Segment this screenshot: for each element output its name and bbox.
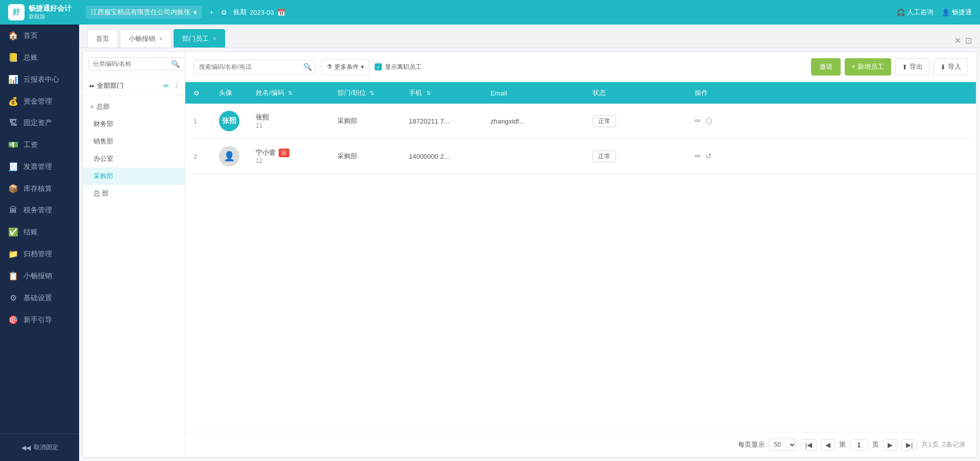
- sidebar-item-home[interactable]: 🏠 首页: [0, 25, 79, 46]
- sidebar-item-archive[interactable]: 📁 归档管理: [0, 243, 79, 265]
- row2-index: 2: [185, 139, 211, 174]
- unfix-icon: ◀◀: [21, 444, 31, 451]
- sidebar-item-basic-settings[interactable]: ⚙ 基础设置: [0, 287, 79, 309]
- invite-button[interactable]: 邀请: [811, 58, 841, 76]
- all-dept-header[interactable]: ▪▪ 全部部门 ✏ 《: [83, 76, 185, 96]
- calendar-icon[interactable]: 📅: [277, 9, 285, 16]
- sidebar-item-fixed-assets[interactable]: 🏗 固定资产: [0, 112, 79, 134]
- last-page-button[interactable]: ▶|: [901, 439, 917, 451]
- dept-item-xiaoshou[interactable]: 销售部: [83, 133, 185, 150]
- row1-edit-icon[interactable]: ✏: [695, 116, 701, 126]
- total-records-label: 共1页, 2条记录: [921, 440, 966, 449]
- row2-name: 宁小壹 应 12: [248, 139, 329, 174]
- dept-label-zongbu: 总部: [96, 102, 110, 111]
- reports-icon: 📊: [8, 75, 18, 84]
- row2-dept: 采购部: [329, 139, 401, 174]
- employee-search-input[interactable]: [193, 60, 316, 74]
- sidebar-label-expense: 小畅报销: [23, 272, 52, 281]
- main-layout: 🏠 首页 📒 总账 📊 云报表中心 💰 资金管理 🏗 固定资产 💵 工资 🧾 发…: [0, 25, 980, 461]
- sidebar-item-funds[interactable]: 💰 资金管理: [0, 90, 79, 112]
- settings-button[interactable]: ⚙: [221, 9, 227, 16]
- unfix-button[interactable]: ◀◀ 取消固定: [0, 439, 79, 456]
- prev-page-button[interactable]: ◀: [821, 439, 835, 451]
- page-number-input[interactable]: [850, 439, 868, 451]
- sidebar-item-expense[interactable]: 📋 小畅报销: [0, 265, 79, 287]
- sidebar-item-inventory[interactable]: 📦 库存核算: [0, 178, 79, 200]
- row1-name: 张熙 11: [248, 104, 329, 139]
- sidebar-label-ledger: 总账: [23, 53, 38, 62]
- sidebar-item-invoice[interactable]: 🧾 发票管理: [0, 156, 79, 178]
- employee-search-icon[interactable]: 🔍: [303, 63, 312, 71]
- assets-icon: 🏗: [8, 118, 18, 128]
- row2-phone: 14000000 2...: [401, 139, 482, 174]
- show-resigned-checkbox[interactable]: ✓: [375, 63, 382, 70]
- period-label: 账期: [233, 8, 247, 17]
- per-page-select[interactable]: 50 10 20 100: [769, 439, 797, 451]
- tab-home[interactable]: 首页: [87, 29, 118, 47]
- first-page-button[interactable]: |◀: [801, 439, 817, 451]
- col-settings[interactable]: ⚙: [185, 82, 211, 104]
- app-name: 畅捷通好会计: [29, 4, 71, 13]
- funds-icon: 💰: [8, 96, 18, 106]
- export-icon: ⬆: [902, 63, 908, 71]
- maximize-window-button[interactable]: ⊡: [965, 36, 972, 45]
- ai-consult-button[interactable]: 🎧 人工咨询: [897, 8, 934, 17]
- row2-refresh-icon[interactable]: ↺: [705, 152, 712, 161]
- table-row: 1 张熙 张熙 11 采购部: [185, 104, 976, 139]
- archive-icon: 📁: [8, 249, 18, 259]
- dept-search-icon[interactable]: 🔍: [171, 60, 180, 68]
- sidebar-item-close-account[interactable]: ✅ 结账: [0, 221, 79, 243]
- sidebar-item-general-ledger[interactable]: 📒 总账: [0, 46, 79, 68]
- table-row: 2 👤 宁小壹 应: [185, 139, 976, 174]
- inventory-icon: 📦: [8, 184, 18, 193]
- tab-expense-close[interactable]: ×: [159, 35, 163, 42]
- col-phone[interactable]: 手机 ⇅: [401, 82, 482, 104]
- dept-collapse-icon[interactable]: 《: [173, 82, 179, 90]
- company-selector[interactable]: 江西服宝精品有限责任公司内账张 ▾: [86, 6, 202, 19]
- sidebar-item-salary[interactable]: 💵 工资: [0, 134, 79, 156]
- sidebar-label-tax: 税务管理: [23, 206, 52, 215]
- tab-dept-employee[interactable]: 部门员工 ×: [174, 29, 225, 47]
- col-name[interactable]: 姓名/编码 ⇅: [248, 82, 329, 104]
- close-account-icon: ✅: [8, 227, 18, 237]
- tab-dept-label: 部门员工: [182, 34, 209, 43]
- show-resigned-label[interactable]: ✓ 显示离职员工: [375, 63, 422, 71]
- page-suffix-label: 页: [872, 440, 879, 449]
- toolbar-right: 邀请 + 新增员工 ⬆ 导出 ⬇ 导入: [811, 58, 968, 76]
- guide-icon: 🎯: [8, 315, 18, 325]
- filter-button[interactable]: ⚗ 更多条件 ▾: [321, 59, 370, 75]
- col-status: 状态: [584, 82, 687, 104]
- employee-table: ⚙ 头像 姓名/编码 ⇅ 部门/职位 ⇅: [185, 82, 976, 174]
- sidebar-item-reports[interactable]: 📊 云报表中心: [0, 68, 79, 90]
- import-button[interactable]: ⬇ 导入: [934, 58, 968, 76]
- sidebar-label-inventory: 库存核算: [23, 184, 52, 193]
- filter-chevron-icon: ▾: [361, 63, 364, 70]
- top-bar: 好 畅捷通好会计 旗舰版 江西服宝精品有限责任公司内账张 ▾ ＋ ⚙ 账期 20…: [0, 0, 980, 25]
- sidebar-item-tax[interactable]: 🏛 税务管理: [0, 200, 79, 221]
- dept-item-caiwu[interactable]: 财务部: [83, 115, 185, 133]
- col-avatar: 头像: [211, 82, 248, 104]
- dept-item-caigou[interactable]: 采购部: [83, 167, 185, 185]
- dept-edit-icon[interactable]: ✏: [163, 82, 169, 90]
- tab-expense[interactable]: 小畅报销 ×: [120, 29, 172, 47]
- row1-delete-icon[interactable]: ⬡: [705, 116, 712, 126]
- row1-email: zhangxidf...: [482, 104, 584, 139]
- row1-phone: 18720211 7...: [401, 104, 482, 139]
- export-button[interactable]: ⬆ 导出: [895, 58, 929, 76]
- sidebar-item-guide[interactable]: 🎯 新手引导: [0, 309, 79, 331]
- tab-dept-close[interactable]: ×: [213, 35, 216, 42]
- dept-item-zongbu[interactable]: ▼ 总部: [83, 98, 185, 115]
- user-menu-button[interactable]: 👤 畅捷通: [942, 8, 972, 17]
- next-page-button[interactable]: ▶: [883, 439, 897, 451]
- add-employee-button[interactable]: + 新增员工: [845, 58, 891, 76]
- col-dept[interactable]: 部门/职位 ⇅: [329, 82, 401, 104]
- employee-table-area: ⚙ 头像 姓名/编码 ⇅ 部门/职位 ⇅: [185, 82, 976, 432]
- dept-item-zongbu2[interactable]: 总 部: [83, 185, 185, 202]
- add-button[interactable]: ＋: [208, 8, 215, 17]
- close-window-button[interactable]: ✕: [954, 36, 961, 45]
- sidebar-label-home: 首页: [23, 31, 38, 40]
- logo-area: 好 畅捷通好会计 旗舰版: [8, 4, 80, 20]
- dept-label-xiaoshou: 销售部: [93, 137, 113, 146]
- dept-item-bangongshi[interactable]: 办公室: [83, 150, 185, 167]
- row2-edit-icon[interactable]: ✏: [695, 152, 701, 161]
